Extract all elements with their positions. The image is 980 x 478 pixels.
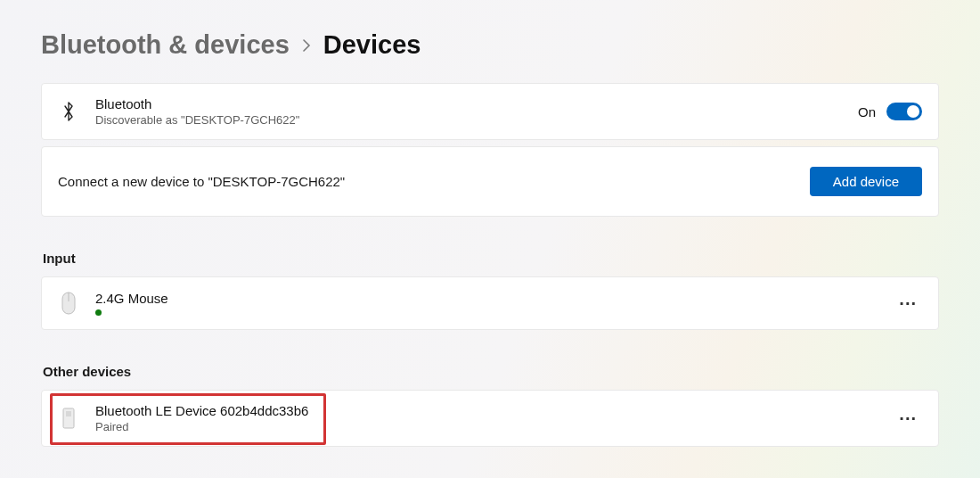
section-heading-input: Input (43, 251, 939, 266)
device-icon (58, 405, 79, 432)
breadcrumb: Bluetooth & devices Devices (41, 0, 939, 83)
input-device-row[interactable]: 2.4G Mouse ··· (41, 276, 939, 330)
status-dot-icon (95, 309, 102, 316)
bluetooth-toggle[interactable] (886, 103, 922, 120)
other-device-status: Paired (95, 420, 308, 433)
bluetooth-title: Bluetooth (95, 96, 299, 111)
connect-card: Connect a new device to "DESKTOP-7GCH622… (41, 146, 939, 217)
mouse-icon (58, 290, 79, 317)
bluetooth-state-label: On (858, 104, 876, 120)
other-device-row[interactable]: Bluetooth LE Device 602b4ddc33b6 Paired … (41, 390, 939, 447)
more-options-button[interactable]: ··· (894, 293, 922, 314)
input-device-name: 2.4G Mouse (95, 291, 168, 306)
bluetooth-subtitle: Discoverable as "DESKTOP-7GCH622" (95, 113, 299, 127)
bluetooth-icon (58, 101, 79, 122)
breadcrumb-parent[interactable]: Bluetooth & devices (41, 30, 290, 60)
breadcrumb-current: Devices (323, 30, 421, 60)
more-options-button[interactable]: ··· (894, 408, 922, 429)
section-heading-other: Other devices (43, 364, 939, 379)
bluetooth-card: Bluetooth Discoverable as "DESKTOP-7GCH6… (41, 83, 939, 140)
chevron-right-icon (302, 37, 311, 56)
add-device-button[interactable]: Add device (810, 167, 922, 196)
svg-rect-3 (66, 411, 71, 416)
other-device-name: Bluetooth LE Device 602b4ddc33b6 (95, 403, 308, 418)
connect-text: Connect a new device to "DESKTOP-7GCH622… (58, 174, 345, 189)
